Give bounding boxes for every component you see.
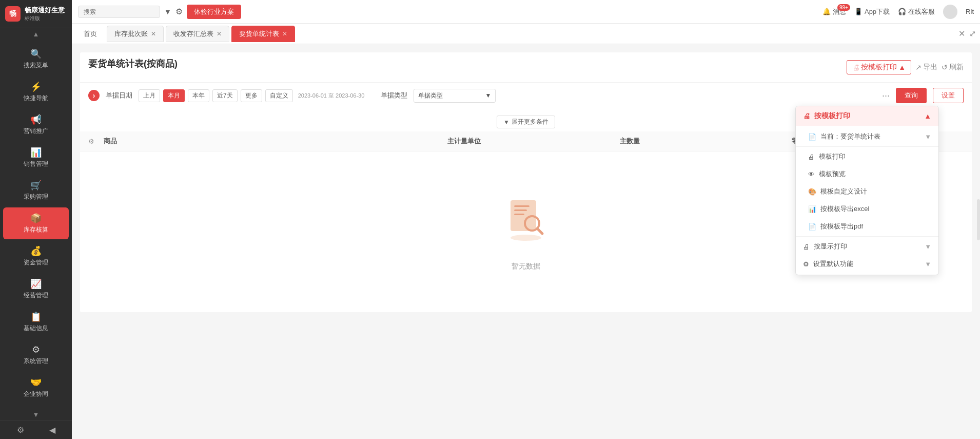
close-all-tabs-btn[interactable]: ✕ (958, 29, 965, 39)
expand-icon: ▼ (503, 119, 509, 126)
dropdown-template-excel[interactable]: 📊 按模板导出excel (796, 200, 938, 218)
empty-illustration (500, 193, 552, 254)
display-print-arrow: ▼ (925, 243, 931, 251)
sidebar-item-enterprise[interactable]: 🤝 企业协同 (3, 372, 69, 404)
sidebar-item-basic-info[interactable]: 📋 基础信息 (3, 306, 69, 338)
print-icon: 🖨 (852, 63, 859, 71)
sidebar-item-operations[interactable]: 📈 经营管理 (3, 273, 69, 305)
sidebar-item-label: 快捷导航 (24, 94, 48, 103)
date-filter-label: 单据日期 (106, 91, 132, 100)
sidebar-item-sales[interactable]: 📊 销售管理 (3, 142, 69, 174)
sidebar-item-search[interactable]: 🔍 搜索菜单 (3, 43, 69, 75)
sidebar-item-finance[interactable]: 💰 资金管理 (3, 240, 69, 272)
date-btn-last-month[interactable]: 上月 (139, 89, 160, 102)
marketing-icon: 📢 (30, 114, 42, 125)
date-btn-custom[interactable]: 自定义 (265, 89, 293, 102)
basic-info-icon: 📋 (30, 311, 42, 322)
content-area: 要货单统计表(按商品) 🖨 按模板打印 ▲ ↗ 导出 ↺ 刷新 (72, 44, 980, 439)
tab-order-stats[interactable]: 要货单统计表 ✕ (231, 26, 295, 42)
enterprise-icon: 🤝 (30, 377, 42, 388)
date-btn-this-year[interactable]: 本年 (188, 89, 209, 102)
col-unit-header: 主计量单位 (447, 137, 619, 146)
tab-stock-batch[interactable]: 库存批次账 ✕ (107, 26, 164, 42)
topbar-gear-btn[interactable]: ⚙ (175, 7, 183, 16)
sidebar-item-system[interactable]: ⚙ 系统管理 (3, 339, 69, 371)
tab-home[interactable]: 首页 (76, 26, 105, 42)
export-icon: ↗ (915, 63, 922, 71)
close-stock-batch-tab[interactable]: ✕ (151, 30, 156, 37)
topbar-search-input[interactable] (78, 6, 160, 18)
dropdown-template-pdf[interactable]: 📄 按模板导出pdf (796, 218, 938, 235)
divider-1 (796, 146, 938, 147)
refresh-btn[interactable]: ↺ 刷新 (942, 63, 964, 72)
print-template-btn[interactable]: 🖨 按模板打印 ▲ (847, 60, 911, 74)
date-btn-this-month[interactable]: 本月 (163, 89, 185, 102)
close-receipts-tab[interactable]: ✕ (217, 30, 222, 37)
sidebar-footer: ⚙ ◀ (0, 421, 72, 439)
query-button[interactable]: 查询 (896, 88, 927, 103)
sidebar-item-inventory[interactable]: 📦 库存核算 (3, 207, 69, 239)
print-template-dropdown: 🖨 按模板打印 ▲ 📄 当前：要货单统计表 ▼ 🖨 (795, 106, 939, 275)
trial-button[interactable]: 体验行业方案 (187, 5, 241, 19)
operations-icon: 📈 (30, 278, 42, 290)
quick-nav-icon: ⚡ (30, 81, 42, 92)
stock-batch-tab-label: 库存批次账 (114, 29, 148, 39)
sales-icon: 📊 (30, 147, 42, 158)
inventory-icon: 📦 (30, 213, 42, 224)
date-btn-7days[interactable]: 近7天 (212, 89, 238, 102)
svg-line-6 (537, 228, 542, 234)
dropdown-header[interactable]: 🖨 按模板打印 ▲ (796, 106, 938, 126)
filter-expand-btn[interactable]: › (88, 90, 100, 101)
dropdown-display-print[interactable]: 🖨 按显示打印 ▼ (796, 238, 938, 255)
sidebar-item-quick-nav[interactable]: ⚡ 快捷导航 (3, 76, 69, 108)
svg-rect-2 (514, 205, 530, 207)
svg-point-0 (511, 235, 541, 241)
dropdown-default-func[interactable]: ⚙ 设置默认功能 ▼ (796, 255, 938, 273)
tabbar-right: ✕ ⤢ (958, 29, 976, 39)
maximize-btn[interactable]: ⤢ (969, 29, 976, 39)
sidebar-logo: 畅 畅康通好生意 标准版 (0, 0, 72, 28)
sidebar-item-marketing[interactable]: 📢 营销推广 (3, 109, 69, 141)
dropdown-template-design[interactable]: 🎨 模板自定义设计 (796, 183, 938, 200)
dropdown-current-template[interactable]: 📄 当前：要货单统计表 ▼ (796, 128, 938, 145)
dropdown-template-preview[interactable]: 👁 模板预览 (796, 165, 938, 183)
sidebar-scroll-up[interactable]: ▲ (0, 28, 72, 40)
close-order-stats-tab[interactable]: ✕ (282, 30, 287, 37)
more-options-btn[interactable]: ··· (882, 90, 890, 101)
order-stats-tab-label: 要货单统计表 (239, 29, 279, 39)
sidebar-item-label: 资金管理 (24, 258, 48, 267)
sidebar-item-label: 经营管理 (24, 291, 48, 300)
collapse-footer-btn[interactable]: ◀ (49, 425, 55, 435)
purchase-icon: 🛒 (30, 180, 42, 191)
current-template-icon: 📄 (808, 133, 816, 141)
col-settings-btn[interactable]: ⚙ (88, 138, 104, 145)
expand-more-btn[interactable]: ▼ 展开更多条件 (497, 116, 555, 128)
bell-icon: 🔔 (822, 8, 831, 15)
app-logo-text: 畅康通好生意 标准版 (25, 6, 65, 22)
settings-footer-btn[interactable]: ⚙ (17, 425, 24, 435)
type-select[interactable]: 单据类型 ▼ (414, 89, 496, 103)
refresh-icon: ↺ (942, 63, 948, 71)
app-download-btn[interactable]: 📱 App下载 (854, 7, 890, 16)
dropdown-collapse-btn[interactable]: ▲ (924, 112, 931, 120)
scrollbar-thumb[interactable] (977, 199, 980, 240)
settings-button[interactable]: 设置 (933, 88, 964, 103)
sidebar-scroll-down[interactable]: ▼ (0, 409, 72, 421)
user-avatar[interactable] (943, 5, 957, 19)
online-service-btn[interactable]: 🎧 在线客服 (898, 7, 935, 16)
current-template-arrow: ▼ (925, 133, 931, 141)
dropdown-template-print[interactable]: 🖨 模板打印 (796, 148, 938, 165)
topbar: ▼ ⚙ 体验行业方案 🔔 消息 99+ 📱 App下载 🎧 在线客服 Rit (72, 0, 980, 24)
notification-badge: 99+ (837, 4, 850, 11)
svg-rect-4 (514, 214, 524, 215)
empty-text: 暂无数据 (512, 262, 540, 271)
notification-btn[interactable]: 🔔 消息 99+ (822, 7, 846, 16)
export-btn[interactable]: ↗ 导出 (915, 63, 937, 72)
topbar-dropdown-btn[interactable]: ▼ (164, 8, 171, 16)
sidebar-item-guide[interactable]: 🎯 新手引导 (3, 405, 69, 409)
date-btn-more[interactable]: 更多 (241, 89, 262, 102)
tab-receipts-summary[interactable]: 收发存汇总表 ✕ (166, 26, 229, 42)
sidebar-item-purchase[interactable]: 🛒 采购管理 (3, 175, 69, 206)
default-func-icon: ⚙ (803, 260, 809, 268)
download-icon: 📱 (854, 8, 863, 15)
